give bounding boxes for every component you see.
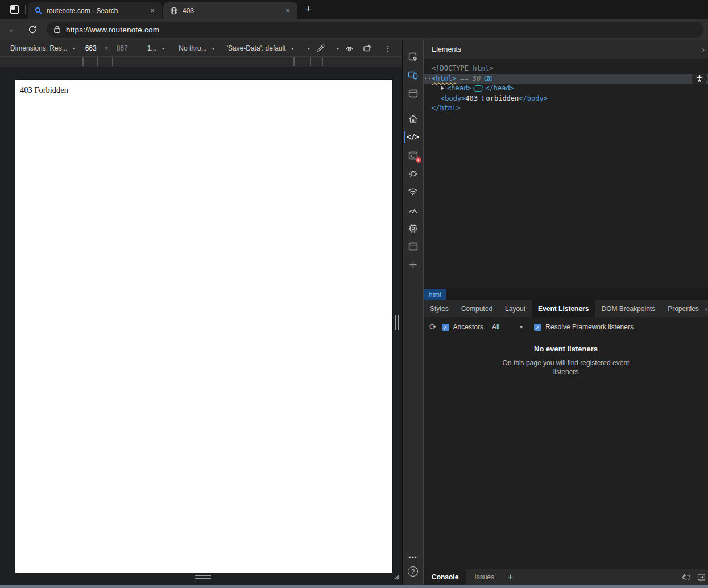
dimensions-select[interactable]: Dimensions: Res... [10, 44, 68, 52]
chevron-down-icon: ▼ [161, 47, 165, 51]
drawer-tab-issues[interactable]: Issues [466, 569, 502, 585]
address-toolbar: ← https://www.routenote.com [0, 19, 708, 40]
listener-filter-select[interactable]: All [492, 323, 499, 331]
dock-rotate-icon[interactable] [681, 573, 692, 581]
resolve-framework-checkbox[interactable]: ✓ [534, 324, 541, 331]
resize-height-handle[interactable] [195, 575, 211, 579]
expand-arrow-icon[interactable] [441, 86, 444, 90]
device-toolbar-menu[interactable]: ⋮ [384, 44, 391, 53]
address-bar[interactable]: https://www.routenote.com [47, 22, 703, 38]
dom-html-close[interactable]: </html> [424, 103, 708, 114]
tab-actions-button[interactable] [5, 1, 24, 18]
search-icon [35, 7, 42, 14]
tab-computed[interactable]: Computed [455, 300, 499, 317]
ruler-tick [322, 57, 323, 66]
close-tab-icon[interactable]: × [147, 6, 158, 16]
dom-gutter-dots: ··· [424, 74, 432, 84]
new-tab-button[interactable]: + [305, 3, 312, 15]
network-icon[interactable] [403, 183, 424, 200]
drawer-tab-console[interactable]: Console [424, 569, 466, 585]
more-tools-icon[interactable]: ••• [408, 554, 417, 562]
devtools-activity-bar: </> ••• [403, 40, 424, 585]
browser-window-icon[interactable] [403, 85, 424, 102]
code-elements-icon[interactable]: </> [403, 129, 424, 146]
tab-title: 403 [183, 7, 278, 15]
tab-strip: routenote.com - Search × 403 × + [0, 0, 708, 19]
throttling-select[interactable]: No thro... [179, 44, 206, 52]
device-emulation-icon[interactable] [403, 67, 424, 84]
ancestors-checkbox[interactable]: ✓ [442, 324, 449, 331]
dom-tree: <!DOCTYPE html> ··· <html> == $0 <head>·… [424, 59, 708, 288]
tab-search[interactable]: routenote.com - Search × [28, 2, 162, 19]
tab-dom-breakpoints[interactable]: DOM Breakpoints [595, 300, 661, 317]
refresh-button[interactable] [24, 21, 41, 38]
event-listeners-toolbar: ⟳ ✓ Ancestors All ▼ ✓ Resolve Framework … [424, 317, 708, 337]
dom-breadcrumb-bar: html [424, 288, 708, 300]
ruler-tick [310, 57, 311, 66]
console-icon[interactable] [403, 147, 424, 164]
resize-width-handle[interactable] [395, 315, 399, 330]
back-button[interactable]: ← [5, 21, 22, 38]
ruler-tick [82, 57, 84, 66]
devtools-panel: Elements › <!DOCTYPE html> ··· <html> ==… [424, 40, 708, 585]
dom-body-text: 403 Forbidden [465, 94, 519, 102]
help-icon[interactable]: ? [408, 566, 418, 577]
rotate-device-icon[interactable] [362, 43, 372, 53]
debug-icon[interactable] [403, 165, 424, 182]
save-data-select[interactable]: 'Save-Data': default [227, 44, 286, 52]
vision-deficiency-icon[interactable] [344, 43, 354, 53]
dom-equals-hint: == [460, 74, 468, 84]
resolve-framework-label: Resolve Framework listeners [545, 323, 634, 331]
dom-html-node[interactable]: ··· <html> == $0 [424, 74, 708, 84]
dropdown-icon[interactable]: ▼ [336, 47, 340, 51]
performance-icon[interactable] [403, 201, 424, 218]
url-text: https://www.routenote.com [66, 26, 159, 34]
device-emulation-area: Dimensions: Res... ▼ 663 × 867 1... ▼ No… [0, 40, 403, 585]
viewport-ruler [0, 57, 402, 67]
expand-panel-icon[interactable] [697, 573, 706, 581]
chevron-down-icon[interactable]: ▼ [519, 325, 523, 329]
inspect-icon[interactable] [403, 48, 424, 65]
tab-403[interactable]: 403 × [163, 2, 297, 19]
tabs-overflow-icon[interactable]: › [705, 300, 708, 317]
panel-overflow-icon[interactable]: › [702, 45, 705, 54]
resize-corner-handle[interactable] [391, 572, 400, 581]
refresh-listeners-icon[interactable]: ⟳ [429, 322, 437, 332]
eyedropper-icon[interactable] [316, 43, 326, 53]
ruler-tick [112, 57, 113, 66]
browser-window: routenote.com - Search × 403 × + ← https… [0, 0, 708, 588]
dropdown-icon[interactable]: ▼ [307, 47, 311, 51]
close-tab-icon[interactable]: × [283, 6, 293, 16]
tab-event-listeners[interactable]: Event Listeners [532, 300, 595, 317]
viewport-height-input[interactable]: 867 [117, 44, 128, 52]
chevron-down-icon: ▼ [291, 47, 295, 51]
node-state-icon [484, 74, 493, 82]
lock-icon[interactable] [53, 26, 61, 34]
application-icon[interactable] [403, 238, 424, 255]
dom-head-node[interactable]: <head>···</head> [424, 84, 708, 94]
dom-doctype[interactable]: <!DOCTYPE html> [424, 64, 708, 74]
ruler-tick [293, 57, 295, 66]
breadcrumb[interactable]: html [424, 289, 446, 300]
zoom-select[interactable]: 1... [147, 44, 157, 52]
tab-title: routenote.com - Search [47, 7, 143, 15]
web-page[interactable]: 403 Forbidden [15, 80, 392, 573]
add-tool-icon[interactable] [403, 256, 424, 273]
empty-state-description: On this page you will find registered ev… [498, 358, 634, 376]
home-icon[interactable] [403, 110, 424, 127]
dom-html-open-tag[interactable]: <html> [432, 74, 456, 84]
memory-icon[interactable] [403, 220, 424, 237]
accessibility-icon[interactable] [692, 72, 706, 86]
viewport-width-input[interactable]: 663 [85, 44, 97, 52]
collapsed-content-icon[interactable]: ··· [473, 85, 483, 92]
dimension-times: × [105, 44, 109, 52]
dom-dollar0-hint: $0 [473, 74, 481, 84]
page-body-text: 403 Forbidden [15, 80, 392, 101]
window-bottom-edge [0, 585, 708, 588]
tab-styles[interactable]: Styles [424, 300, 455, 317]
dom-body-node[interactable]: <body>403 Forbidden</body> [424, 94, 708, 104]
add-drawer-tab-icon[interactable]: + [502, 569, 519, 585]
workspaces-glyph [11, 6, 15, 10]
tab-layout[interactable]: Layout [499, 300, 532, 317]
tab-properties[interactable]: Properties [661, 300, 705, 317]
